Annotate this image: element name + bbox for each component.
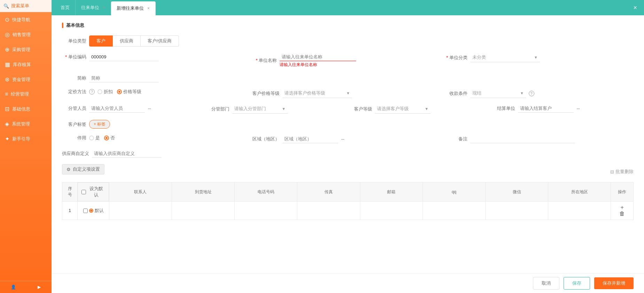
abbr-field: 简称 xyxy=(62,74,634,82)
unit-category-select[interactable]: 未分类 ▼ xyxy=(470,53,540,62)
cell-region[interactable] xyxy=(548,202,611,220)
tab-contacts-close[interactable]: × xyxy=(103,5,105,10)
customer-level-select[interactable]: 请选择客户等级 ▼ xyxy=(375,104,431,114)
manager-more-icon[interactable]: ··· xyxy=(148,105,151,112)
add-tag-button[interactable]: + 标签 xyxy=(89,120,110,129)
wechat-input[interactable] xyxy=(489,208,544,213)
sidebar-item-inventory[interactable]: ▦ 库存核算 xyxy=(0,57,52,72)
pricing-discount-radio[interactable]: 折扣 xyxy=(97,89,113,95)
manager-input[interactable] xyxy=(89,104,145,113)
save-button[interactable]: 保存 xyxy=(564,277,590,290)
pricing-method-radio-group: 折扣 价格等级 xyxy=(97,89,141,95)
unit-type-btn-group: 客户 供应商 客户/供应商 xyxy=(89,35,179,47)
col-phone: 电话号码 xyxy=(235,182,297,202)
unit-name-error: 请输入往来单位名称 xyxy=(280,62,356,68)
save-new-button[interactable]: 保存并新增 xyxy=(594,277,634,289)
sidebar-item-system[interactable]: ◈ 系统管理 xyxy=(0,116,52,131)
department-select[interactable]: 请输入分管部门 ▼ xyxy=(232,104,288,114)
payment-terms-value: 现结 xyxy=(472,90,481,96)
abbr-input[interactable] xyxy=(89,74,159,82)
cancel-button[interactable]: 取消 xyxy=(533,277,559,290)
table-section: ⚙ 自定义项设置 ⊟ 批量删除 序号 设为默认 联系人 xyxy=(62,164,634,220)
cell-contact[interactable] xyxy=(109,202,172,220)
supplier-custom-label: 供应商自定义 xyxy=(62,150,89,157)
sidebar-item-guide[interactable]: ✦ 新手引导 xyxy=(0,131,52,146)
cell-address[interactable] xyxy=(172,202,235,220)
sidebar-item-label: 资金管理 xyxy=(12,76,30,83)
guide-icon: ✦ xyxy=(5,136,9,142)
unit-type-customer-btn[interactable]: 客户 xyxy=(89,35,113,47)
region-table-input[interactable] xyxy=(552,208,607,213)
operations-icon: ≡ xyxy=(5,91,8,97)
sidebar-item-purchase[interactable]: ⊕ 采购管理 xyxy=(0,42,52,57)
payment-terms-help-icon[interactable]: ? xyxy=(529,91,534,96)
address-input[interactable] xyxy=(175,208,231,213)
row-checkbox[interactable] xyxy=(83,209,88,213)
tabbar-close-button[interactable]: × xyxy=(630,4,641,11)
customer-price-level-select[interactable]: 请选择客户价格等级 ▼ xyxy=(282,89,352,98)
pricing-level-radio[interactable]: 价格等级 xyxy=(117,89,141,95)
fax-input[interactable] xyxy=(301,208,356,213)
unit-type-row: 单位类型 客户 供应商 客户/供应商 xyxy=(62,35,634,47)
supplier-custom-input[interactable] xyxy=(92,149,162,158)
tab-new-contact-close[interactable]: × xyxy=(147,6,150,11)
cell-email[interactable] xyxy=(360,202,423,220)
cell-wechat[interactable] xyxy=(486,202,548,220)
sidebar-user-icon[interactable]: 👤 xyxy=(11,285,16,290)
payment-terms-select[interactable]: 现结 ▼ xyxy=(470,89,526,98)
department-field: 分管部门 请输入分管部门 ▼ xyxy=(205,104,348,114)
disabled-yes-radio[interactable]: 是 xyxy=(89,135,100,141)
custom-settings-label: 自定义项设置 xyxy=(73,166,100,172)
settlement-unit-more-icon[interactable]: ··· xyxy=(576,105,580,112)
tab-contacts[interactable]: 往来单位 × xyxy=(76,0,111,15)
cell-qq[interactable] xyxy=(423,202,485,220)
unit-name-input[interactable] xyxy=(280,53,356,61)
tab-home[interactable]: 首页 xyxy=(55,0,76,15)
contact-input[interactable] xyxy=(113,208,168,213)
disabled-yes-circle xyxy=(89,136,94,140)
col-contact: 联系人 xyxy=(109,182,172,202)
add-row-icon[interactable]: + xyxy=(619,204,625,210)
qq-input[interactable] xyxy=(426,208,482,213)
sidebar-item-quick-nav[interactable]: ⊙ 快捷导航 xyxy=(0,12,52,27)
tab-new-contact[interactable]: 新增往来单位 × xyxy=(111,1,156,15)
sidebar-item-basic-info[interactable]: ⊟ 基础信息 xyxy=(0,101,52,116)
purchase-icon: ⊕ xyxy=(5,46,9,53)
settlement-unit-label: 结算单位 xyxy=(491,105,515,112)
custom-settings-button[interactable]: ⚙ 自定义项设置 xyxy=(62,164,104,174)
cell-phone[interactable] xyxy=(235,202,297,220)
sidebar-item-operations[interactable]: ≡ 经营管理 xyxy=(0,87,52,101)
phone-input[interactable] xyxy=(238,208,293,213)
default-radio[interactable]: 默认 xyxy=(89,207,104,214)
sidebar-item-sales[interactable]: ◎ 销售管理 xyxy=(0,27,52,42)
remarks-input[interactable] xyxy=(470,135,575,143)
sidebar-item-finance[interactable]: ⊛ 资金管理 xyxy=(0,72,52,87)
unit-code-label: 单位编码 xyxy=(62,54,86,60)
pricing-row: 定价方法 ? 折扣 价格等级 客户价格等级 请选择客户价格等级 xyxy=(62,89,634,98)
manager-label: 分管人员 xyxy=(62,105,86,112)
pricing-method-help-icon[interactable]: ? xyxy=(89,89,95,95)
settlement-unit-input[interactable] xyxy=(518,104,574,113)
content-area: 基本信息 单位类型 客户 供应商 客户/供应商 单位编码 单位名称 xyxy=(52,15,644,273)
sidebar-bottom: 👤 ▶ xyxy=(0,281,52,293)
email-input[interactable] xyxy=(364,208,419,213)
sidebar-expand-icon[interactable]: ▶ xyxy=(38,285,41,290)
unit-type-both-btn[interactable]: 客户/供应商 xyxy=(141,35,179,47)
unit-code-input[interactable] xyxy=(89,53,159,61)
section-title-label: 基本信息 xyxy=(66,22,84,29)
sidebar-item-label: 新手引导 xyxy=(12,136,30,142)
search-menu[interactable]: 🔍 搜索菜单 xyxy=(0,0,52,12)
disabled-no-radio[interactable]: 否 xyxy=(104,135,115,141)
delete-row-icon[interactable]: 🗑 xyxy=(618,211,626,217)
region-more-icon[interactable]: ··· xyxy=(341,136,344,143)
select-all-checkbox[interactable] xyxy=(81,190,86,194)
cell-seq: 1 xyxy=(62,202,78,220)
section-title-bar xyxy=(62,23,63,28)
batch-delete-button[interactable]: ⊟ 批量删除 xyxy=(610,169,634,175)
pricing-level-label: 价格等级 xyxy=(123,89,141,95)
region-input[interactable] xyxy=(282,135,338,143)
cell-fax[interactable] xyxy=(297,202,360,220)
col-default: 设为默认 xyxy=(78,182,109,201)
col-fax: 传真 xyxy=(297,182,360,202)
unit-type-supplier-btn[interactable]: 供应商 xyxy=(113,35,141,47)
